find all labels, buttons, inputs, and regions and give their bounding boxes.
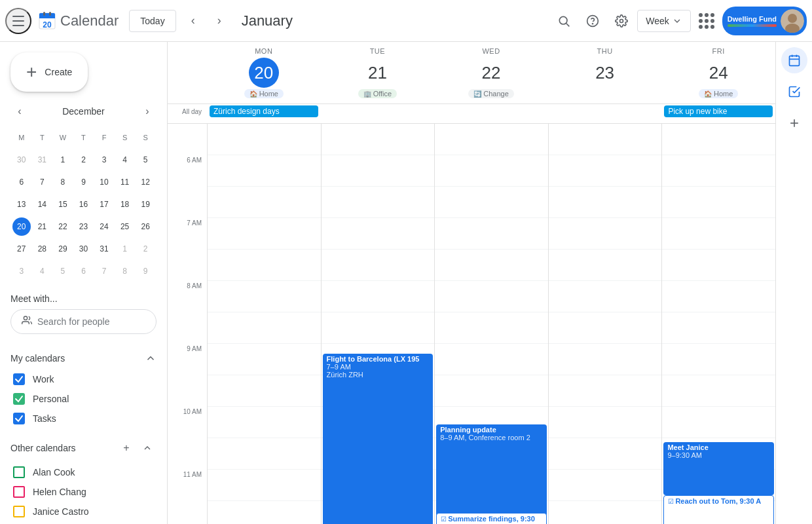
allday-event[interactable]: Pick up new bike — [664, 105, 773, 117]
mini-cal-day[interactable]: 20 — [12, 216, 31, 237]
allday-cell — [321, 104, 435, 123]
day-header: MON 20 🏠 Home — [207, 42, 321, 103]
mini-cal-day[interactable]: 14 — [33, 194, 52, 215]
day-number[interactable]: 20 — [249, 58, 279, 88]
tasks-icon-btn[interactable] — [781, 79, 807, 105]
calendar-icon-btn[interactable] — [781, 47, 807, 73]
calendar-event[interactable]: Planning update8–9 AM, Conference room 2 — [436, 424, 547, 524]
mini-cal-day[interactable]: 13 — [12, 194, 31, 215]
mini-cal-day[interactable]: 5 — [136, 149, 155, 170]
prev-button[interactable]: ‹ — [181, 9, 205, 33]
mini-cal-day[interactable]: 31 — [33, 149, 52, 170]
calendar-checkbox[interactable] — [13, 373, 25, 385]
mini-cal-day[interactable]: 2 — [74, 149, 94, 170]
hour-line — [662, 281, 775, 312]
mini-cal-day[interactable]: 16 — [74, 194, 94, 215]
mini-cal-day[interactable]: 2 — [136, 238, 155, 259]
mini-cal-day[interactable]: 1 — [53, 149, 73, 170]
mini-cal-day[interactable]: 30 — [12, 149, 31, 170]
day-label: WED — [437, 47, 545, 55]
mini-cal-day[interactable]: 7 — [94, 261, 114, 282]
my-calendar-item[interactable]: Personal — [10, 389, 157, 409]
calendar-label: Helen Chang — [33, 487, 86, 497]
collapse-other-cal-button[interactable] — [138, 439, 157, 457]
mini-cal-day[interactable]: 18 — [115, 194, 135, 215]
mini-cal-day[interactable]: 7 — [33, 172, 52, 193]
calendar-event[interactable]: ☑Reach out to Tom, 9:30 A — [663, 495, 774, 524]
svg-rect-3 — [39, 17, 55, 18]
mini-cal-day[interactable]: 9 — [136, 261, 155, 282]
time-label — [168, 124, 207, 155]
hour-line — [208, 187, 321, 218]
calendar-event[interactable]: ☑Summarize findings, 9:30 — [436, 513, 547, 524]
add-panel-button[interactable] — [781, 110, 807, 136]
mini-cal-day[interactable]: 1 — [115, 238, 135, 259]
calendar-checkbox[interactable] — [13, 486, 25, 498]
day-number[interactable]: 22 — [476, 58, 506, 88]
calendar-checkbox[interactable] — [13, 466, 25, 478]
mini-cal-day[interactable]: 3 — [12, 261, 31, 282]
calendar-checkbox[interactable] — [13, 413, 25, 424]
mini-cal-day[interactable]: 29 — [53, 238, 73, 259]
other-calendar-item[interactable]: Janice Castro — [10, 502, 157, 521]
mini-cal-day[interactable]: 27 — [12, 238, 31, 259]
account-button[interactable]: Dwelling Fund — [722, 7, 807, 35]
mini-cal-day[interactable]: 31 — [94, 238, 114, 259]
hour-line — [549, 407, 662, 438]
people-search[interactable]: Search for people — [10, 309, 157, 334]
calendar-area: MON 20 🏠 Home TUE 21 🏢 Office WED 22 🔄 C… — [168, 42, 775, 524]
mini-cal-day[interactable]: 8 — [53, 172, 73, 193]
next-button[interactable]: › — [208, 9, 231, 33]
mini-cal-day[interactable]: 6 — [12, 172, 31, 193]
help-button[interactable] — [580, 8, 606, 34]
app-logo[interactable]: 20 Calendar — [37, 10, 119, 31]
mini-cal-prev[interactable]: ‹ — [10, 102, 29, 121]
mini-cal-day[interactable]: 3 — [94, 149, 114, 170]
mini-cal-day[interactable]: 19 — [136, 194, 155, 215]
my-calendar-item[interactable]: Tasks — [10, 409, 157, 428]
add-other-cal-button[interactable]: + — [117, 439, 136, 457]
mini-cal-day[interactable]: 5 — [53, 261, 73, 282]
mini-cal-day[interactable]: 4 — [115, 149, 135, 170]
other-calendar-item[interactable]: Helen Chang — [10, 482, 157, 502]
allday-event[interactable]: Zürich design days — [210, 105, 318, 117]
mini-cal-day[interactable]: 21 — [33, 216, 52, 237]
day-number[interactable]: 21 — [362, 58, 392, 88]
mini-cal-day[interactable]: 30 — [74, 238, 94, 259]
mini-cal-day[interactable]: 28 — [33, 238, 52, 259]
mini-cal-day[interactable]: 17 — [94, 194, 114, 215]
other-calendar-item[interactable]: Lori Cole — [10, 521, 157, 524]
calendar-checkbox[interactable] — [13, 506, 25, 517]
day-label: THU — [551, 47, 659, 55]
my-calendar-item[interactable]: Work — [10, 369, 157, 389]
mini-cal-day[interactable]: 22 — [53, 216, 73, 237]
mini-cal-day[interactable]: 4 — [33, 261, 52, 282]
calendar-event[interactable]: Meet Janice9–9:30 AM — [663, 442, 774, 495]
mini-cal-day[interactable]: 10 — [94, 172, 114, 193]
create-button[interactable]: + Create — [10, 52, 88, 92]
mini-cal-day[interactable]: 6 — [74, 261, 94, 282]
mini-cal-day[interactable]: 15 — [53, 194, 73, 215]
mini-cal-day[interactable]: 25 — [115, 216, 135, 237]
mini-cal-day[interactable]: 11 — [115, 172, 135, 193]
search-button[interactable] — [551, 8, 577, 34]
today-button[interactable]: Today — [129, 10, 175, 32]
mini-cal-day[interactable]: 8 — [115, 261, 135, 282]
view-selector[interactable]: Week — [637, 10, 691, 32]
calendar-checkbox[interactable] — [13, 393, 25, 405]
mini-cal-day[interactable]: 23 — [74, 216, 94, 237]
day-number[interactable]: 24 — [703, 58, 733, 88]
mini-cal-day[interactable]: 24 — [94, 216, 114, 237]
my-calendars-header[interactable]: My calendars — [10, 347, 157, 369]
mini-cal-day[interactable]: 12 — [136, 172, 155, 193]
mini-cal-day[interactable]: 26 — [136, 216, 155, 237]
mini-cal-day[interactable]: 9 — [74, 172, 94, 193]
other-calendar-item[interactable]: Alan Cook — [10, 462, 157, 482]
calendar-event[interactable]: Flight to Barcelona (LX 1957–9 AMZürich … — [323, 354, 434, 524]
other-cal-actions: + — [117, 439, 157, 457]
day-number[interactable]: 23 — [590, 58, 620, 88]
mini-cal-next[interactable]: › — [138, 102, 157, 121]
menu-button[interactable] — [5, 8, 31, 34]
apps-button[interactable] — [693, 8, 720, 34]
settings-button[interactable] — [608, 8, 635, 34]
